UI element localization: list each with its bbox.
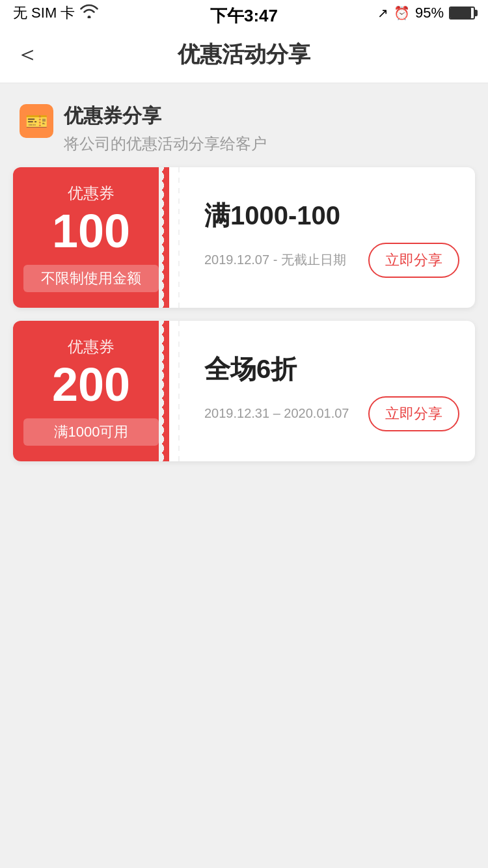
battery-icon	[449, 7, 475, 20]
coupon-condition-2: 满1000可用	[23, 418, 159, 446]
coupon-right-2: 全场6折 2019.12.31 – 2020.01.07 立即分享	[189, 321, 475, 461]
wifi-icon	[80, 4, 98, 22]
nav-bar: ＜ 优惠活动分享	[0, 26, 488, 83]
back-button[interactable]: ＜	[16, 38, 39, 70]
page-title: 优惠活动分享	[178, 40, 310, 70]
status-left: 无 SIM 卡	[13, 3, 98, 23]
empty-area	[0, 481, 488, 806]
coupon-left-1: 优惠券 100 不限制使用金额	[13, 167, 169, 308]
status-time: 下午3:47	[210, 5, 278, 27]
coupon-meta-1: 2019.12.07 - 无截止日期 立即分享	[204, 243, 459, 278]
section-title: 优惠券分享	[64, 103, 267, 129]
coupon-card-2: 优惠券 200 满1000可用 全场6折 2019.12.31 – 2020.0…	[13, 321, 475, 461]
coupon-condition-1: 不限制使用金额	[23, 265, 159, 292]
share-button-2[interactable]: 立即分享	[368, 396, 459, 431]
coupon-right-1: 满1000-100 2019.12.07 - 无截止日期 立即分享	[189, 167, 475, 308]
location-icon: ↗	[377, 5, 388, 21]
coupon-date-1: 2019.12.07 - 无截止日期	[204, 251, 346, 269]
section-header: 🎫 优惠券分享 将公司的优惠活动分享给客户	[0, 83, 488, 167]
coupon-date-2: 2019.12.31 – 2020.01.07	[204, 406, 349, 421]
coupon-amount-2: 200	[52, 361, 130, 408]
section-subtitle: 将公司的优惠活动分享给客户	[64, 133, 267, 154]
coupon-label-2: 优惠券	[68, 336, 115, 357]
coupon-share-icon: 🎫	[20, 104, 53, 138]
coupon-list: 优惠券 100 不限制使用金额 满1000-100 2019.12.07 - 无…	[0, 167, 488, 481]
section-text: 优惠券分享 将公司的优惠活动分享给客户	[64, 103, 267, 154]
coupon-card-1: 优惠券 100 不限制使用金额 满1000-100 2019.12.07 - 无…	[13, 167, 475, 308]
status-right: ↗ ⏰ 95%	[377, 5, 475, 21]
coupon-label-1: 优惠券	[68, 183, 115, 204]
alarm-icon: ⏰	[394, 5, 410, 21]
coupon-meta-2: 2019.12.31 – 2020.01.07 立即分享	[204, 396, 459, 431]
status-bar: 无 SIM 卡 下午3:47 ↗ ⏰ 95%	[0, 0, 488, 26]
carrier-text: 无 SIM 卡	[13, 3, 75, 23]
coupon-name-2: 全场6折	[204, 351, 459, 387]
coupon-left-2: 优惠券 200 满1000可用	[13, 321, 169, 461]
coupon-amount-1: 100	[52, 208, 130, 254]
coupon-name-1: 满1000-100	[204, 198, 459, 234]
share-button-1[interactable]: 立即分享	[368, 243, 459, 278]
battery-percent: 95%	[415, 5, 444, 21]
